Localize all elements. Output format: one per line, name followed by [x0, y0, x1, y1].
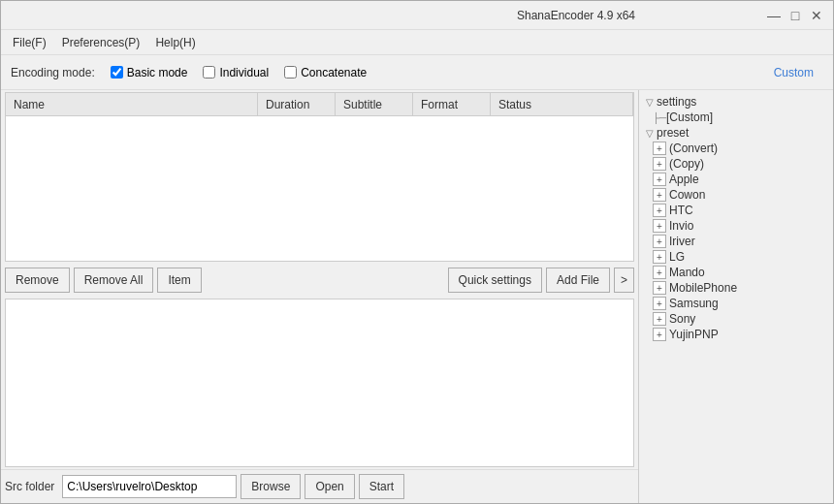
- tree-item[interactable]: +HTC: [639, 203, 833, 218]
- tree-expand-icon[interactable]: +: [653, 312, 666, 326]
- concatenate-group: Concatenate: [284, 66, 367, 79]
- tree-item-label: LG: [669, 250, 685, 264]
- tree-item-label: (Convert): [669, 142, 718, 155]
- tree-item[interactable]: +YujinPNP: [639, 327, 833, 342]
- basic-mode-group: Basic mode: [111, 66, 188, 79]
- tree-item[interactable]: +Iriver: [639, 234, 833, 249]
- col-subtitle: Subtitle: [336, 93, 413, 115]
- tree-expand-icon[interactable]: +: [653, 250, 666, 264]
- tree-item-label: Iriver: [669, 235, 695, 248]
- col-duration: Duration: [258, 93, 336, 115]
- tree-item-label: [Custom]: [666, 110, 713, 124]
- encoding-bar: Encoding mode: Basic mode Individual Con…: [1, 55, 833, 90]
- tree-item[interactable]: +Mando: [639, 265, 833, 280]
- left-panel: Name Duration Subtitle Format Status Rem…: [1, 90, 639, 503]
- tree-item-label: Invio: [669, 219, 693, 233]
- tree-item[interactable]: +Invio: [639, 218, 833, 234]
- file-action-buttons: Remove Remove All Item Quick settings Ad…: [1, 264, 638, 297]
- tree-item[interactable]: +LG: [639, 249, 833, 265]
- custom-link[interactable]: Custom: [774, 66, 823, 79]
- tree-item[interactable]: +(Copy): [639, 156, 833, 172]
- menu-help[interactable]: Help(H): [147, 33, 203, 52]
- src-folder-label: Src folder: [5, 480, 54, 493]
- file-table: Name Duration Subtitle Format Status: [5, 92, 634, 262]
- tree-expand-icon[interactable]: +: [653, 219, 666, 233]
- menu-file[interactable]: File(F): [5, 33, 54, 52]
- tree-item[interactable]: +Cowon: [639, 187, 833, 203]
- window-title: ShanaEncoder 4.9 x64: [387, 9, 765, 22]
- tree-item-label: Mando: [669, 266, 705, 279]
- minimize-button[interactable]: —: [765, 7, 783, 24]
- open-button[interactable]: Open: [305, 474, 354, 499]
- main-content: Name Duration Subtitle Format Status Rem…: [1, 90, 833, 503]
- concatenate-checkbox[interactable]: [284, 66, 297, 79]
- col-status: Status: [491, 93, 633, 115]
- tree-item-label: preset: [657, 126, 689, 140]
- individual-group: Individual: [203, 66, 269, 79]
- maximize-button[interactable]: □: [786, 7, 804, 24]
- tree-expand-icon[interactable]: +: [653, 188, 666, 202]
- tree-item-label: HTC: [669, 204, 693, 217]
- col-name: Name: [6, 93, 258, 115]
- tree-expand-icon[interactable]: +: [653, 328, 666, 341]
- tree-expander-icon[interactable]: ▽: [643, 128, 657, 139]
- table-body: [6, 116, 633, 261]
- col-format: Format: [413, 93, 491, 115]
- tree-expand-icon[interactable]: +: [653, 235, 666, 248]
- main-window: ShanaEncoder 4.9 x64 — □ ✕ File(F) Prefe…: [0, 0, 834, 504]
- remove-button[interactable]: Remove: [5, 268, 70, 293]
- tree-expand-icon[interactable]: +: [653, 157, 666, 171]
- encoding-mode-label: Encoding mode:: [11, 66, 95, 79]
- tree-item[interactable]: +Sony: [639, 311, 833, 327]
- tree-expand-icon[interactable]: +: [653, 266, 666, 279]
- tree-item[interactable]: ▽settings: [639, 94, 833, 110]
- tree-item[interactable]: ├─[Custom]: [639, 110, 833, 125]
- output-area: [5, 299, 634, 468]
- table-header: Name Duration Subtitle Format Status: [6, 93, 633, 116]
- menu-preferences[interactable]: Preferences(P): [54, 33, 148, 52]
- more-button[interactable]: >: [614, 268, 634, 293]
- tree-expand-icon[interactable]: +: [653, 173, 666, 186]
- close-button[interactable]: ✕: [808, 7, 825, 24]
- path-input[interactable]: [62, 475, 237, 498]
- tree-item[interactable]: +Apple: [639, 172, 833, 187]
- tree-item-label: Sony: [669, 312, 695, 326]
- menu-bar: File(F) Preferences(P) Help(H): [1, 30, 833, 55]
- tree-item-label: (Copy): [669, 157, 704, 171]
- right-panel: ▽settings├─[Custom]▽preset+(Convert)+(Co…: [639, 90, 833, 503]
- tree-item[interactable]: +Samsung: [639, 296, 833, 311]
- quick-settings-button[interactable]: Quick settings: [448, 268, 542, 293]
- tree-item-label: Samsung: [669, 297, 719, 310]
- remove-all-button[interactable]: Remove All: [74, 268, 154, 293]
- tree-item[interactable]: +(Convert): [639, 141, 833, 156]
- concatenate-label: Concatenate: [301, 66, 367, 79]
- tree-expander-icon[interactable]: ▽: [643, 97, 657, 108]
- window-controls: — □ ✕: [765, 7, 825, 24]
- item-button[interactable]: Item: [157, 268, 201, 293]
- basic-mode-checkbox[interactable]: [111, 66, 123, 79]
- tree-item[interactable]: +MobilePhone: [639, 280, 833, 296]
- start-button[interactable]: Start: [359, 474, 404, 499]
- tree-expand-icon[interactable]: +: [653, 204, 666, 217]
- bottom-bar: Src folder Browse Open Start: [1, 469, 638, 503]
- individual-checkbox[interactable]: [203, 66, 215, 79]
- individual-label: Individual: [219, 66, 269, 79]
- browse-button[interactable]: Browse: [241, 474, 301, 499]
- tree-item-label: Cowon: [669, 188, 705, 202]
- tree-item-label: MobilePhone: [669, 281, 737, 295]
- tree-item-label: settings: [657, 95, 696, 109]
- tree-item-label: Apple: [669, 173, 699, 186]
- add-file-button[interactable]: Add File: [546, 268, 610, 293]
- tree-expand-icon[interactable]: +: [653, 297, 666, 310]
- tree-item-label: YujinPNP: [669, 328, 719, 341]
- tree-expand-icon[interactable]: +: [653, 142, 666, 155]
- tree-expand-icon[interactable]: +: [653, 281, 666, 295]
- basic-mode-label: Basic mode: [127, 66, 188, 79]
- tree-item[interactable]: ▽preset: [639, 125, 833, 141]
- title-bar: ShanaEncoder 4.9 x64 — □ ✕: [1, 1, 833, 30]
